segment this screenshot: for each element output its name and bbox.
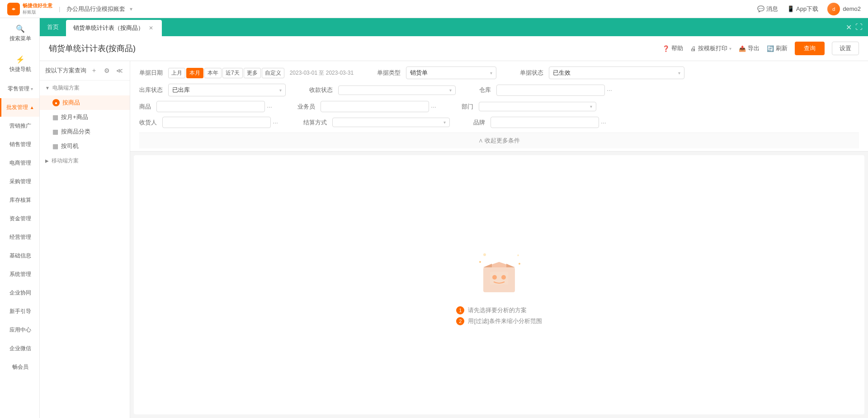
- out-status-select[interactable]: 已出库 ▾: [168, 84, 286, 96]
- app-download-action[interactable]: 📱 App下载: [787, 5, 818, 13]
- date-btn-this-year[interactable]: 本年: [204, 68, 222, 78]
- print-arrow-icon: ▾: [729, 46, 731, 51]
- department-select[interactable]: ▾: [479, 102, 596, 111]
- month-goods-icon: ▦: [52, 114, 58, 121]
- close-window-icon[interactable]: ✕: [846, 23, 852, 32]
- export-icon: 📤: [739, 45, 746, 52]
- receipt-status-label: 收款状态: [309, 86, 333, 94]
- sidebar-item-newbie[interactable]: 新手引导: [0, 302, 39, 321]
- tab-home[interactable]: 首页: [40, 18, 66, 36]
- sidebar-item-inventory[interactable]: 库存核算: [0, 191, 39, 209]
- scheme-collapse-btn[interactable]: ≪: [114, 66, 124, 76]
- app-industry-title[interactable]: 办公用品行业模拟账套: [66, 5, 125, 13]
- sidebar-item-operations[interactable]: 经营管理: [0, 228, 39, 247]
- sidebar-item-search[interactable]: 🔍 搜索菜单: [0, 18, 39, 49]
- tip-text-2: 用[过滤]条件来缩小分析范围: [468, 317, 542, 325]
- brand-dots-icon[interactable]: ···: [599, 119, 608, 126]
- sidebar-item-wholesale[interactable]: 批发管理 ▲: [0, 98, 39, 117]
- tip-num-1: 1: [456, 306, 464, 314]
- sidebar-item-finance[interactable]: 资金管理: [0, 209, 39, 228]
- logo-text: 畅捷信好生意 标账版: [23, 2, 52, 15]
- sidebar-item-purchase[interactable]: 采购管理: [0, 172, 39, 191]
- warehouse-dots-icon[interactable]: ···: [605, 86, 614, 94]
- tab-bar: 首页 销货单统计计表（按商品） ✕ ✕ ⛶: [40, 18, 868, 36]
- doc-status-select[interactable]: 已生效 ▾: [549, 66, 684, 79]
- sidebar-item-corpwechat[interactable]: 企业微信: [0, 339, 39, 358]
- tab-stats[interactable]: 销货单统计计表（按商品） ✕: [66, 20, 162, 36]
- logo-icon: [7, 3, 20, 15]
- sidebar-item-sales[interactable]: 销售管理: [0, 135, 39, 154]
- scheme-tools: ＋ ⚙ ≪: [89, 66, 124, 76]
- payment-label: 结算方式: [303, 119, 327, 127]
- search-sidebar-icon: 🔍: [4, 24, 37, 33]
- doc-type-select[interactable]: 销货单 ▾: [406, 66, 496, 79]
- brand-label: 品牌: [473, 119, 485, 127]
- sidebar-item-system[interactable]: 系统管理: [0, 265, 39, 284]
- scheme-group-pc: ▼ 电脑端方案 ● 按商品 ▦ 按月+商品 ▦ 按商品分类: [40, 81, 130, 153]
- date-label: 单据日期: [139, 69, 163, 77]
- scheme-settings-btn[interactable]: ⚙: [102, 66, 112, 76]
- refresh-button[interactable]: 🔄 刷新: [767, 44, 788, 52]
- scheme-add-btn[interactable]: ＋: [89, 66, 99, 76]
- user-name-label: demo2: [843, 5, 861, 12]
- payment-select[interactable]: ▾: [332, 118, 450, 127]
- scheme-gear-icon: ⚙: [104, 67, 110, 74]
- empty-tip-1: 1 请先选择要分析的方案: [456, 306, 542, 314]
- query-button[interactable]: 查询: [795, 42, 825, 55]
- message-action[interactable]: 💬 消息: [757, 5, 778, 13]
- date-btn-more[interactable]: 更多: [244, 68, 261, 78]
- date-btn-this-month[interactable]: 本月: [186, 68, 203, 78]
- header-left: 畅捷信好生意 标账版 | 办公用品行业模拟账套 ▾: [7, 2, 132, 15]
- goods-dots-icon[interactable]: ···: [265, 103, 274, 110]
- date-btn-last-month[interactable]: 上月: [168, 68, 185, 78]
- collapse-conditions-btn[interactable]: ∧ 收起更多条件: [139, 133, 859, 148]
- out-status-arrow-icon: ▾: [279, 88, 282, 93]
- export-button[interactable]: 📤 导出: [739, 44, 760, 52]
- warehouse-input[interactable]: [496, 85, 605, 96]
- sidebar-item-membership[interactable]: 畅会员: [0, 358, 39, 376]
- sidebar-item-retail[interactable]: 零售管理 ▾: [0, 80, 39, 98]
- scheme-item-by-category[interactable]: ▦ 按商品分类: [40, 124, 130, 139]
- salesperson-input[interactable]: [321, 101, 429, 112]
- date-btn-custom[interactable]: 自定义: [262, 68, 284, 78]
- sidebar-item-appcenter[interactable]: 应用中心: [0, 321, 39, 339]
- scheme-item-by-goods[interactable]: ● 按商品: [40, 95, 130, 110]
- recipient-dots-icon[interactable]: ···: [271, 119, 280, 126]
- sidebar-item-enterprise[interactable]: 企业协同: [0, 284, 39, 302]
- svg-point-4: [501, 275, 506, 280]
- receipt-status-select[interactable]: ▾: [338, 86, 456, 95]
- help-icon: ❓: [662, 45, 670, 52]
- sidebar-item-ecommerce[interactable]: 电商管理: [0, 154, 39, 172]
- settings-button[interactable]: 设置: [832, 42, 859, 55]
- right-panel: 单据日期 上月 本月 本年 近7天 更多 自定义 2023-03-01 至 20…: [130, 61, 868, 418]
- receipt-status-arrow-icon: ▾: [449, 88, 452, 93]
- goods-input[interactable]: [156, 101, 265, 112]
- maximize-window-icon[interactable]: ⛶: [855, 23, 863, 31]
- scheme-sidebar: 按以下方案查询 ＋ ⚙ ≪ ▼: [40, 61, 130, 418]
- help-button[interactable]: ❓ 帮助: [662, 44, 683, 52]
- brand-input[interactable]: [491, 117, 599, 128]
- empty-tip-2: 2 用[过滤]条件来缩小分析范围: [456, 317, 542, 325]
- scheme-group-mobile-title[interactable]: ▶ 移动端方案: [40, 153, 130, 168]
- user-profile[interactable]: d demo2: [827, 3, 861, 15]
- tab-close-icon[interactable]: ✕: [147, 24, 155, 32]
- page-title: 销货单统计计表(按商品): [49, 43, 136, 54]
- category-icon: ▦: [52, 128, 58, 135]
- svg-point-5: [479, 261, 481, 263]
- sidebar-item-quicknav[interactable]: ⚡ 快捷导航: [0, 49, 39, 80]
- scheme-item-by-month-goods[interactable]: ▦ 按月+商品: [40, 110, 130, 124]
- industry-dropdown-icon[interactable]: ▾: [130, 6, 132, 12]
- recipient-input[interactable]: [162, 117, 271, 128]
- tip-text-1: 请先选择要分析的方案: [468, 306, 527, 314]
- phone-icon: 📱: [787, 5, 794, 12]
- department-arrow-icon: ▾: [590, 104, 592, 109]
- scheme-group-pc-title[interactable]: ▼ 电脑端方案: [40, 81, 130, 95]
- wholesale-arrow: ▲: [30, 105, 34, 110]
- salesperson-dots-icon[interactable]: ···: [429, 103, 438, 110]
- scheme-group-mobile: ▶ 移动端方案: [40, 153, 130, 168]
- scheme-item-by-clerk[interactable]: ▦ 按司机: [40, 139, 130, 153]
- sidebar-item-marketing[interactable]: 营销推广: [0, 117, 39, 135]
- sidebar-item-basic[interactable]: 基础信息: [0, 247, 39, 265]
- print-button[interactable]: 🖨 按模板打印 ▾: [690, 44, 731, 52]
- date-btn-7days[interactable]: 近7天: [222, 68, 243, 78]
